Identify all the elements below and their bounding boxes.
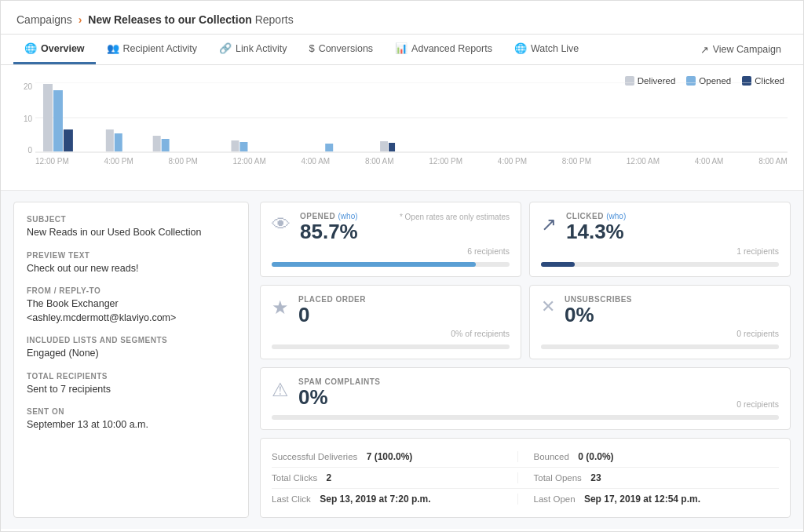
spam-bar-bg [272,415,779,420]
tab-conversions-label: Conversions [319,43,373,54]
spam-value: 0% [298,386,727,409]
view-campaign-button[interactable]: ↗ View Campaign [691,39,791,60]
svg-rect-6 [106,129,114,151]
opened-value: 85.7% [300,220,390,243]
advanced-icon: 📊 [395,42,407,54]
sent-label: SENT ON [27,407,236,416]
tab-overview[interactable]: 🌐 Overview [13,35,96,64]
bounced-value: 0 (0.0%) [578,451,613,462]
breadcrumb: Campaigns › New Releases to our Collecti… [16,13,788,26]
total-clicks-value: 2 [327,472,332,483]
delivery-row: Successful Deliveries 7 (100.0%) Bounced… [272,446,779,468]
y-label-10: 10 [24,115,32,123]
sent-value: September 13 at 10:00 a.m. [27,418,236,432]
svg-rect-8 [153,136,161,151]
unsub-value: 0% [565,304,779,326]
tab-watch-live[interactable]: 🌐 Watch Live [503,35,590,64]
breadcrumb-reports: Reports [255,13,294,26]
conversions-icon: $ [309,42,314,54]
last-click-label: Last Click [272,494,311,504]
opened-bar-bg [272,262,510,267]
breadcrumb-campaigns[interactable]: Campaigns [16,13,72,26]
clicks-row: Total Clicks 2 Total Opens 23 [272,468,779,489]
svg-rect-3 [43,84,53,151]
bottom-stats: Successful Deliveries 7 (100.0%) Bounced… [260,438,791,518]
x-label-8: 8:00 PM [562,157,591,166]
order-value: 0 [298,304,510,326]
last-click-row: Last Click Sep 13, 2019 at 7:20 p.m. Las… [272,489,779,509]
tab-recipient-activity-label: Recipient Activity [123,43,197,54]
clicked-info: CLICKED (who) 14.3% [566,212,779,243]
tab-advanced-reports-label: Advanced Reports [411,43,492,54]
y-label-20: 20 [24,82,32,91]
recipient-icon: 👥 [107,42,119,54]
svg-rect-7 [115,133,122,151]
stats-grid: 👁 OPENED (who) 85.7% * Open rates are on… [260,202,791,359]
lists-value: Engaged (None) [27,347,236,361]
x-label-5: 8:00 AM [365,157,394,166]
spam-label: SPAM COMPLAINTS [298,377,727,386]
lists-label: INCLUDED LISTS AND SEGMENTS [27,336,236,344]
tab-link-activity-label: Link Activity [236,43,287,54]
stat-card-placed-order: ★ PLACED ORDER 0 0% of recipients [260,285,521,360]
view-campaign-label: View Campaign [713,44,781,55]
successful-value: 7 (100.0%) [367,451,413,462]
opened-info: OPENED (who) 85.7% [300,212,390,243]
tab-conversions[interactable]: $ Conversions [298,35,384,64]
spam-sub: 0 recipients [736,399,779,409]
x-label-11: 8:00 AM [758,157,788,166]
last-open-cell: Last Open Sep 17, 2019 at 12:54 p.m. [517,494,780,505]
unsub-sub: 0 recipients [541,329,779,338]
preview-section: PREVIEW TEXT Check out our new reads! [27,251,236,276]
svg-rect-14 [389,143,395,151]
watch-live-icon: 🌐 [514,42,527,54]
x-label-6: 12:00 PM [429,157,462,166]
tab-link-activity[interactable]: 🔗 Link Activity [208,35,298,64]
x-label-0: 12:00 PM [35,157,69,166]
spam-info: SPAM COMPLAINTS 0% [298,377,727,409]
clicked-value: 14.3% [566,220,779,243]
opened-sub: 6 recipients [272,246,510,256]
tab-recipient-activity[interactable]: 👥 Recipient Activity [96,35,208,64]
stat-card-spam: ⚠ SPAM COMPLAINTS 0% 0 recipients [260,367,791,430]
bounced-cell: Bounced 0 (0.0%) [517,451,780,462]
lists-section: INCLUDED LISTS AND SEGMENTS Engaged (Non… [27,336,236,361]
tab-advanced-reports[interactable]: 📊 Advanced Reports [384,35,503,64]
svg-rect-11 [239,142,247,151]
unsub-info: UNSUBSCRIBES 0% [565,295,779,326]
unsub-bar-bg [541,344,779,349]
from-label: FROM / REPLY-TO [27,286,236,295]
last-click-value: Sep 13, 2019 at 7:20 p.m. [320,494,430,505]
breadcrumb-arrow: › [79,13,82,26]
clicked-bar-fill [541,262,575,267]
warning-icon: ⚠ [272,379,289,401]
tab-overview-label: Overview [41,43,85,54]
x-label-10: 4:00 AM [695,157,724,166]
external-icon: ↗ [541,213,557,235]
svg-rect-13 [380,141,388,151]
order-label: PLACED ORDER [298,295,510,304]
from-value: The Book Exchanger <ashley.mcdermott@kla… [27,297,236,325]
unsub-label: UNSUBSCRIBES [565,295,779,304]
x-label-9: 12:00 AM [627,157,660,166]
x-label-4: 4:00 AM [301,157,330,166]
x-label-1: 4:00 PM [104,157,133,166]
page-header: Campaigns › New Releases to our Collecti… [1,1,803,35]
stat-card-clicked: ↗ CLICKED (who) 14.3% 1 recipients [529,202,791,277]
clicked-sub: 1 recipients [541,246,779,256]
order-bar-bg [272,344,510,349]
subject-value: New Reads in our Used Book Collection [27,226,236,240]
subject-section: SUBJECT New Reads in our Used Book Colle… [27,215,236,240]
total-opens-value: 23 [590,472,601,483]
preview-value: Check out our new reads! [27,262,236,276]
breadcrumb-campaign-name: New Releases to our Collection [88,13,252,26]
tab-watch-live-label: Watch Live [531,43,579,54]
svg-rect-5 [64,129,73,151]
last-open-label: Last Open [534,494,576,504]
recipients-label: TOTAL RECIPIENTS [27,372,236,381]
preview-label: PREVIEW TEXT [27,251,236,260]
nav-tabs: 🌐 Overview 👥 Recipient Activity 🔗 Link A… [1,35,803,65]
opened-bar-fill [272,262,476,267]
total-clicks-cell: Total Clicks 2 [272,472,517,483]
chart-area: Delivered Opened Clicked 20 10 0 [1,65,803,191]
